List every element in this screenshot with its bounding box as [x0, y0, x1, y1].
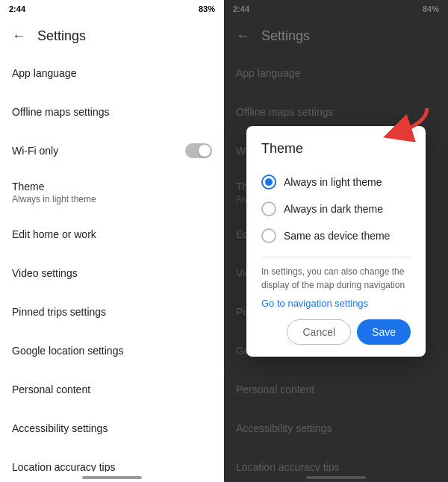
dialog-divider [261, 257, 411, 257]
settings-item-edit-home-work[interactable]: Edit home or work [0, 215, 224, 254]
accessibility-label: Accessibility settings [12, 422, 212, 434]
settings-item-google-location[interactable]: Google location settings [0, 331, 224, 370]
left-top-bar: ← Settings [0, 18, 224, 54]
settings-item-location-accuracy[interactable]: Location accuracy tips [0, 448, 224, 472]
wifi-only-label: Wi-Fi only [12, 145, 58, 157]
left-status-bar: 2:44 83% [0, 0, 224, 18]
right-panel: 2:44 84% ← Settings App language Offline… [224, 0, 448, 482]
settings-item-app-language[interactable]: App language [0, 54, 224, 93]
dialog-info-text: In settings, you can also change the dis… [261, 265, 411, 292]
left-time: 2:44 [9, 4, 25, 13]
dialog-overlay: Theme Always in light theme Always in da… [224, 0, 448, 482]
theme-label: Theme [12, 181, 212, 193]
left-panel: 2:44 83% ← Settings App language Offline… [0, 0, 224, 482]
dialog-title: Theme [261, 141, 411, 157]
personal-content-label: Personal content [12, 384, 212, 395]
left-home-bar [82, 476, 142, 479]
settings-item-wifi-only[interactable]: Wi-Fi only [0, 131, 224, 170]
edit-home-work-label: Edit home or work [12, 228, 212, 240]
save-button[interactable]: Save [357, 319, 411, 345]
app-language-label: App language [12, 67, 212, 79]
left-settings-list: App language Offline maps settings Wi-Fi… [0, 54, 224, 472]
cancel-button[interactable]: Cancel [287, 319, 351, 345]
wifi-toggle[interactable] [185, 143, 212, 158]
left-status-icons: 83% [199, 4, 215, 13]
radio-option-device[interactable]: Same as device theme [261, 222, 411, 249]
radio-circle-device [261, 228, 276, 243]
dialog-buttons: Cancel Save [261, 319, 411, 345]
theme-sub-label: Always in light theme [12, 194, 212, 204]
radio-circle-dark [261, 201, 276, 216]
settings-item-accessibility[interactable]: Accessibility settings [0, 409, 224, 448]
pinned-trips-label: Pinned trips settings [12, 306, 212, 318]
offline-maps-label: Offline maps settings [12, 106, 212, 118]
radio-label-device: Same as device theme [284, 230, 390, 242]
radio-circle-light [261, 175, 276, 190]
settings-item-theme[interactable]: Theme Always in light theme [0, 170, 224, 215]
left-battery: 83% [199, 4, 215, 13]
google-location-label: Google location settings [12, 345, 212, 357]
settings-item-video[interactable]: Video settings [0, 254, 224, 292]
radio-label-light: Always in light theme [284, 176, 382, 188]
radio-option-light[interactable]: Always in light theme [261, 169, 411, 195]
radio-label-dark: Always in dark theme [284, 203, 383, 215]
settings-item-pinned-trips[interactable]: Pinned trips settings [0, 292, 224, 331]
settings-item-personal-content[interactable]: Personal content [0, 370, 224, 409]
nav-settings-link[interactable]: Go to navigation settings [261, 298, 368, 309]
radio-option-dark[interactable]: Always in dark theme [261, 195, 411, 222]
location-accuracy-label: Location accuracy tips [12, 461, 212, 472]
theme-dialog: Theme Always in light theme Always in da… [246, 126, 426, 357]
video-settings-label: Video settings [12, 267, 212, 279]
settings-item-offline-maps[interactable]: Offline maps settings [0, 93, 224, 131]
left-page-title: Settings [37, 28, 86, 44]
left-back-button[interactable]: ← [12, 28, 25, 44]
